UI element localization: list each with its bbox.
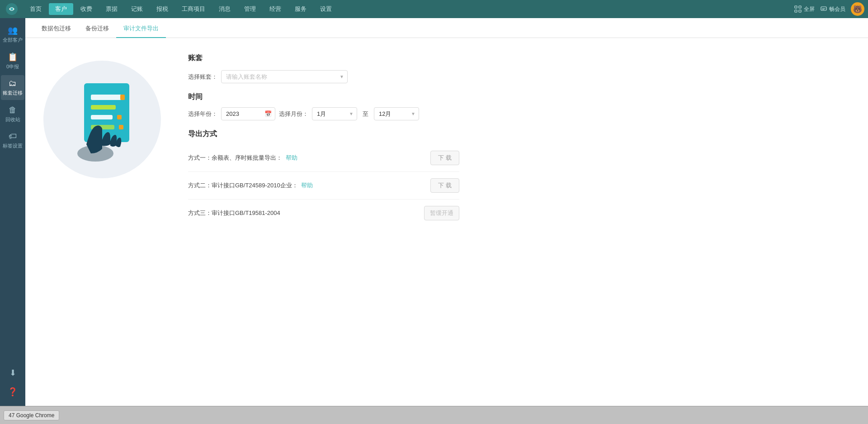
sidebar-item-zero-report[interactable]: 📋 0申报 [1, 48, 24, 73]
page-content: 账套 选择账套： 请输入账套名称 ▼ 时间 选择年份： [25, 38, 868, 406]
svg-rect-2 [795, 6, 797, 8]
export-method-3: 方式三：审计接口GB/T19581-2004 暂缓开通 [188, 200, 459, 227]
svg-rect-8 [91, 95, 123, 100]
month-start-wrapper: 1月2月3月 4月5月6月 7月8月9月 10月11月12月 ▼ [312, 107, 357, 120]
method3-text: 方式三：审计接口GB/T19581-2004 [188, 209, 280, 217]
taskbar-chrome[interactable]: 47 Google Chrome [4, 410, 59, 420]
sidebar-help-btn[interactable]: ❓ [1, 383, 24, 400]
top-nav: 首页 客户 收费 票据 记账 报税 工商项目 消息 管理 经营 服务 设置 全屏 [0, 0, 868, 18]
account-row: 选择账套： 请输入账套名称 ▼ [188, 70, 459, 83]
time-section-title: 时间 [188, 92, 459, 102]
nav-settings[interactable]: 设置 [314, 3, 338, 15]
taskbar: 47 Google Chrome [0, 406, 868, 424]
year-label: 选择年份： [188, 110, 217, 118]
svg-point-1 [10, 8, 13, 10]
method2-text: 方式二：审计接口GB/T24589-2010企业： 帮助 [188, 181, 313, 190]
account-select-label: 选择账套： [188, 73, 217, 81]
sidebar-item-migration[interactable]: 🗂 账套迁移 [1, 75, 24, 100]
export-method-1: 方式一：余额表、序时账批量导出： 帮助 下 载 [188, 144, 459, 172]
nav-message[interactable]: 消息 [212, 3, 237, 15]
nav-operations[interactable]: 经营 [263, 3, 288, 15]
tag-icon: 🏷 [9, 132, 17, 141]
month-start-select[interactable]: 1月2月3月 4月5月6月 7月8月9月 10月11月12月 [312, 107, 357, 120]
sidebar-item-tag-settings[interactable]: 🏷 标签设置 [1, 128, 24, 152]
svg-rect-12 [117, 115, 122, 119]
nav-invoice[interactable]: 票据 [99, 3, 124, 15]
fullscreen-btn[interactable]: 全屏 [794, 5, 815, 13]
illustration-area [43, 52, 161, 392]
sidebar-item-label: 全部客户 [3, 37, 23, 43]
svg-rect-5 [799, 10, 801, 12]
sidebar-item-all-customers[interactable]: 👥 全部客户 [1, 22, 24, 47]
migration-icon: 🗂 [9, 79, 17, 88]
tab-data-migration[interactable]: 数据包迁移 [34, 20, 78, 38]
export-section-title: 导出方式 [188, 129, 459, 139]
zero-report-icon: 📋 [8, 52, 18, 62]
method1-download-btn[interactable]: 下 载 [430, 151, 459, 165]
method2-download-btn[interactable]: 下 载 [430, 178, 459, 193]
help-icon: ❓ [8, 387, 18, 397]
sidebar: 👥 全部客户 📋 0申报 🗂 账套迁移 🗑 回收站 🏷 标签设置 ⬇ ❓ [0, 18, 25, 406]
nav-business[interactable]: 工商项目 [175, 3, 212, 15]
nav-customer[interactable]: 客户 [49, 3, 73, 15]
sidebar-item-label: 0申报 [6, 64, 19, 70]
tabs-bar: 数据包迁移 备份迁移 审计文件导出 [25, 18, 868, 38]
svg-rect-11 [91, 115, 113, 119]
month-end-wrapper: 1月2月3月 4月5月6月 7月8月9月 10月11月 12月 ▼ [374, 107, 419, 120]
content-area: 数据包迁移 备份迁移 审计文件导出 [25, 18, 868, 406]
method3-coming-btn: 暂缓开通 [424, 206, 459, 220]
nav-tax[interactable]: 报税 [150, 3, 175, 15]
sidebar-bottom: ⬇ ❓ [1, 364, 24, 406]
sidebar-item-label: 账套迁移 [3, 90, 23, 96]
tab-backup-migration[interactable]: 备份迁移 [78, 20, 116, 38]
nav-bookkeeping[interactable]: 记账 [125, 3, 149, 15]
method1-text: 方式一：余额表、序时账批量导出： 帮助 [188, 154, 297, 162]
top-nav-right: 全屏 畅会员 🐻 [794, 2, 864, 16]
download-icon: ⬇ [9, 368, 16, 378]
sidebar-item-label: 回收站 [5, 117, 20, 123]
tab-audit-export[interactable]: 审计文件导出 [116, 20, 166, 38]
sidebar-download-btn[interactable]: ⬇ [1, 364, 24, 381]
time-row: 选择年份： 📅 选择月份： 1月2月3月 4月5月6月 7月8月9月 10月11… [188, 107, 459, 120]
form-area: 账套 选择账套： 请输入账套名称 ▼ 时间 选择年份： [188, 52, 459, 392]
nav-items: 首页 客户 收费 票据 记账 报税 工商项目 消息 管理 经营 服务 设置 [24, 3, 794, 15]
app-logo [4, 1, 20, 17]
illustration-svg [57, 70, 147, 169]
svg-rect-4 [795, 10, 797, 12]
recycle-icon: 🗑 [9, 105, 17, 115]
sidebar-item-label: 标签设置 [3, 143, 23, 149]
customers-icon: 👥 [8, 25, 18, 35]
range-separator: 至 [361, 110, 370, 118]
nav-billing[interactable]: 收费 [74, 3, 99, 15]
illustration-circle [43, 61, 161, 178]
nav-manage[interactable]: 管理 [238, 3, 262, 15]
year-input[interactable] [221, 107, 275, 120]
nav-home[interactable]: 首页 [24, 3, 48, 15]
month-label: 选择月份： [279, 110, 308, 118]
member-btn[interactable]: 畅会员 [820, 5, 845, 13]
method2-help-link[interactable]: 帮助 [301, 182, 313, 189]
account-section-title: 账套 [188, 53, 459, 63]
main-layout: 👥 全部客户 📋 0申报 🗂 账套迁移 🗑 回收站 🏷 标签设置 ⬇ ❓ [0, 18, 868, 406]
nav-service[interactable]: 服务 [288, 3, 313, 15]
account-select[interactable]: 请输入账套名称 [221, 70, 348, 83]
sidebar-item-recycle[interactable]: 🗑 回收站 [1, 102, 24, 126]
svg-rect-3 [799, 6, 801, 8]
account-select-wrapper: 请输入账套名称 ▼ [221, 70, 348, 83]
month-end-select[interactable]: 1月2月3月 4月5月6月 7月8月9月 10月11月 12月 [374, 107, 419, 120]
svg-rect-10 [120, 95, 125, 100]
export-method-2: 方式二：审计接口GB/T24589-2010企业： 帮助 下 载 [188, 172, 459, 200]
svg-rect-14 [119, 125, 123, 129]
year-input-wrapper: 📅 [221, 107, 275, 120]
svg-rect-9 [91, 105, 116, 110]
method1-help-link[interactable]: 帮助 [286, 154, 297, 161]
user-avatar[interactable]: 🐻 [851, 2, 864, 16]
